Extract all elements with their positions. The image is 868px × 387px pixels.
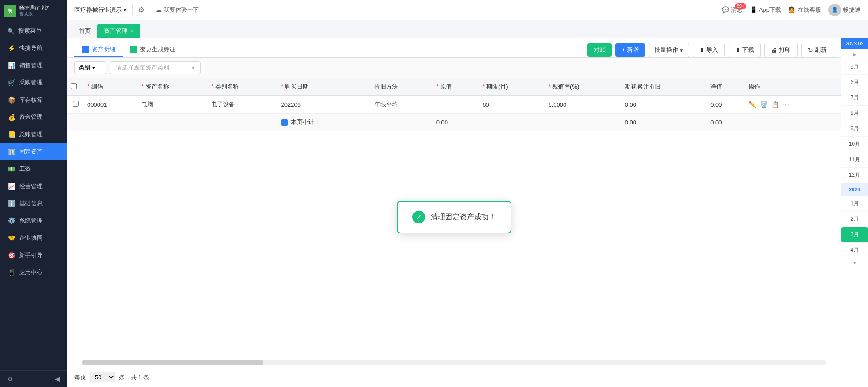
toolbar-actions: 对账 + 新增 批量操作 ▾ ⬇ 导入 ⬇ 下载 🖨 bbox=[587, 43, 833, 57]
select-all-checkbox[interactable] bbox=[71, 83, 77, 89]
cal-month-9[interactable]: 9月 bbox=[841, 121, 868, 137]
sidebar-item-sales[interactable]: 📊 销售管理 bbox=[0, 57, 67, 74]
tab-home[interactable]: 首页 bbox=[74, 24, 95, 38]
app-download-button[interactable]: 📱 App下载 bbox=[750, 6, 781, 14]
batch-ops-button[interactable]: 批量操作 ▾ bbox=[649, 43, 689, 57]
sidebar-item-ledger[interactable]: 📒 总账管理 bbox=[0, 126, 67, 143]
operations-icon: 📈 bbox=[7, 182, 15, 190]
cal-month-3-current[interactable]: 3月 bbox=[841, 227, 868, 243]
more-icon[interactable]: ⋯ bbox=[783, 101, 789, 108]
cal-month-11[interactable]: 11月 bbox=[841, 152, 868, 168]
sidebar-item-inventory[interactable]: 📦 库存核算 bbox=[0, 91, 67, 109]
topbar-gear-icon[interactable]: ⚙ bbox=[138, 5, 144, 14]
calendar-toggle[interactable]: ▶ bbox=[841, 49, 868, 60]
experience-label: 我要体验一下 bbox=[164, 6, 199, 14]
cal-month-2[interactable]: 2月 bbox=[841, 212, 868, 227]
cell-residual-rate: 5.0000 bbox=[545, 96, 621, 114]
filter-input-chevron: ▾ bbox=[192, 64, 195, 71]
sidebar-item-fixed-assets[interactable]: 🏢 固定资产 bbox=[0, 143, 67, 160]
sidebar-item-purchase[interactable]: 🛒 采购管理 bbox=[0, 74, 67, 91]
sub-tab-asset-detail[interactable]: 资产明细 bbox=[74, 43, 123, 57]
sidebar-item-salary[interactable]: 💵 工资 bbox=[0, 160, 67, 178]
online-service-label: 在线客服 bbox=[798, 6, 821, 14]
sidebar-item-quick-nav[interactable]: ⚡ 快捷导航 bbox=[0, 40, 67, 57]
tabbar: 首页 资产管理 × bbox=[67, 20, 868, 38]
print-button[interactable]: 🖨 打印 bbox=[764, 43, 798, 57]
sidebar-item-label: 总账管理 bbox=[19, 130, 43, 139]
refresh-button[interactable]: ↻ 刷新 bbox=[801, 43, 833, 57]
company-selector[interactable]: 医疗器械行业演示 ▾ bbox=[74, 6, 127, 14]
cell-depreciation-method: 年限平均 bbox=[371, 96, 432, 114]
scrollbar-container bbox=[67, 356, 841, 367]
tab-close-icon[interactable]: × bbox=[130, 28, 134, 34]
batch-ops-chevron: ▾ bbox=[680, 47, 683, 54]
calendar-months: 5月 6月 7月 8月 9月 10月 11月 12月 2023 1月 2月 3月… bbox=[841, 60, 868, 387]
sidebar-item-cooperation[interactable]: 🤝 企业协同 bbox=[0, 229, 67, 247]
sidebar-item-guide[interactable]: 🎯 新手引导 bbox=[0, 247, 67, 264]
cal-month-8[interactable]: 8月 bbox=[841, 106, 868, 121]
cal-month-1[interactable]: 1月 bbox=[841, 196, 868, 212]
download-button[interactable]: ⬇ 下载 bbox=[729, 43, 761, 57]
sidebar-item-operations[interactable]: 📈 经营管理 bbox=[0, 178, 67, 195]
edit-icon[interactable]: ✏️ bbox=[749, 101, 756, 108]
reconcile-button[interactable]: 对账 bbox=[587, 43, 612, 57]
new-button[interactable]: + 新增 bbox=[615, 43, 645, 57]
cell-accumulated: 0.00 bbox=[621, 96, 707, 114]
calendar-header: 2023.03 bbox=[841, 38, 868, 49]
sidebar-item-label: 固定资产 bbox=[19, 148, 43, 156]
sidebar-item-funds[interactable]: 💰 资金管理 bbox=[0, 109, 67, 126]
category-select[interactable]: 类别 ▾ bbox=[74, 61, 106, 74]
total-count: 条，共 1 条 bbox=[119, 373, 149, 382]
col-category: 类别名称 bbox=[208, 78, 278, 96]
cal-month-12[interactable]: 12月 bbox=[841, 168, 868, 183]
pagination: 每页 50 100 200 条，共 1 条 bbox=[67, 367, 841, 387]
sub-tab-label2: 变更生成凭证 bbox=[140, 45, 175, 54]
cal-month-10[interactable]: 10月 bbox=[841, 137, 868, 152]
cal-month-6[interactable]: 6月 bbox=[841, 75, 868, 90]
col-actions: 操作 bbox=[745, 78, 841, 96]
copy-icon[interactable]: 📋 bbox=[771, 101, 779, 108]
subtotal-empty6 bbox=[479, 114, 545, 131]
app-edition: 普及版 bbox=[19, 11, 49, 17]
sidebar-item-app-center[interactable]: 📱 应用中心 bbox=[0, 264, 67, 281]
online-service-button[interactable]: 💁 在线客服 bbox=[789, 6, 821, 14]
cal-month-5[interactable]: 5月 bbox=[841, 60, 868, 75]
page-size-select[interactable]: 50 100 200 bbox=[90, 372, 115, 382]
success-toast: ✓ 清理固定资产成功！ bbox=[397, 201, 511, 233]
cal-month-7[interactable]: 7月 bbox=[841, 90, 868, 106]
row-checkbox[interactable] bbox=[73, 101, 79, 107]
tab-assets-label: 资产管理 bbox=[104, 27, 128, 35]
message-badge: 99+ bbox=[735, 3, 746, 9]
import-icon: ⬇ bbox=[699, 47, 704, 54]
experience-button[interactable]: ☁ 我要体验一下 bbox=[156, 6, 199, 14]
sub-tab-change-voucher[interactable]: 变更生成凭证 bbox=[123, 43, 183, 57]
sales-icon: 📊 bbox=[7, 61, 15, 69]
category-chevron: ▾ bbox=[92, 64, 95, 71]
user-menu[interactable]: 👤 畅捷通 bbox=[828, 4, 861, 16]
sidebar-item-basic-info[interactable]: ℹ️ 基础信息 bbox=[0, 195, 67, 212]
tab-assets[interactable]: 资产管理 × bbox=[97, 24, 140, 38]
delete-icon[interactable]: 🗑️ bbox=[760, 101, 768, 108]
sidebar-item-label: 资金管理 bbox=[19, 113, 43, 121]
message-button[interactable]: 💬 消息 99+ bbox=[722, 6, 743, 14]
subtotal-empty2 bbox=[84, 114, 138, 131]
cal-month-4[interactable]: 4月 bbox=[841, 243, 868, 258]
cal-scroll-down[interactable]: ▾ bbox=[841, 258, 868, 268]
cell-name: 电脑 bbox=[138, 96, 208, 114]
collapse-icon[interactable]: ◀ bbox=[55, 375, 60, 382]
sidebar-item-system[interactable]: ⚙️ 系统管理 bbox=[0, 212, 67, 229]
search-icon: 🔍 bbox=[7, 28, 15, 35]
horizontal-scrollbar[interactable] bbox=[82, 360, 826, 365]
settings-icon[interactable]: ⚙ bbox=[7, 375, 13, 382]
app-center-icon: 📱 bbox=[7, 268, 15, 277]
category-input[interactable]: 请选择固定资产类别 ▾ bbox=[110, 61, 201, 74]
search-menu-button[interactable]: 🔍 搜索菜单 bbox=[0, 22, 67, 40]
scrollbar-thumb[interactable] bbox=[82, 360, 263, 365]
topbar-divider bbox=[132, 5, 133, 15]
cell-period: 60 bbox=[479, 96, 545, 114]
download-icon: 📱 bbox=[750, 6, 757, 13]
fixed-assets-icon: 🏢 bbox=[7, 148, 15, 156]
select-all-header[interactable] bbox=[67, 78, 84, 96]
row-checkbox-cell[interactable] bbox=[67, 96, 84, 114]
import-button[interactable]: ⬇ 导入 bbox=[693, 43, 725, 57]
